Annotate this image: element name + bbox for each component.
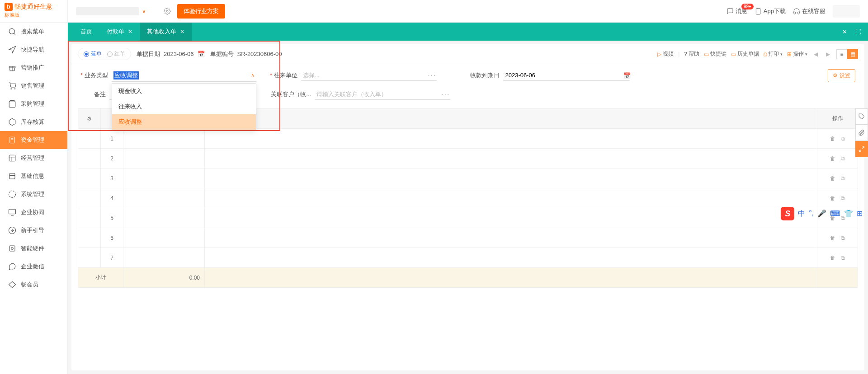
- sidebar-item-2[interactable]: 营销推广: [0, 59, 67, 77]
- video-link[interactable]: ▷视频: [657, 50, 674, 58]
- doc-date-value[interactable]: 2023-06-06: [164, 51, 194, 57]
- float-tag-icon[interactable]: [855, 108, 868, 125]
- delete-icon[interactable]: 🗑: [830, 175, 835, 182]
- table-row[interactable]: 3🗑⧉: [78, 168, 858, 188]
- ime-punct-icon[interactable]: °,: [809, 209, 814, 219]
- copy-icon[interactable]: ⧉: [841, 235, 845, 241]
- table-row[interactable]: 5🗑⧉: [78, 208, 858, 228]
- tab-bar: 首页付款单✕其他收入单✕ ✕ ⛶: [68, 23, 868, 41]
- sidebar-item-10[interactable]: 企业协同: [0, 203, 67, 221]
- copy-icon[interactable]: ⧉: [841, 155, 845, 162]
- next-arrow-icon[interactable]: ▶: [824, 51, 832, 57]
- sidebar-item-12[interactable]: 智能硬件: [0, 239, 67, 257]
- ime-lang-icon[interactable]: 中: [798, 209, 805, 219]
- due-date-input[interactable]: [503, 70, 630, 81]
- company-selector[interactable]: ∨: [76, 7, 157, 15]
- sidebar-item-7[interactable]: 经营管理: [0, 149, 67, 167]
- gear-icon[interactable]: [164, 8, 171, 15]
- sidebar-item-5[interactable]: 库存核算: [0, 113, 67, 131]
- dropdown-option-2[interactable]: 应收调整: [112, 114, 256, 130]
- svg-rect-23: [756, 8, 760, 14]
- side-float-bar: [855, 108, 868, 157]
- app-download-link[interactable]: App下载: [755, 7, 786, 15]
- settings-button[interactable]: ⚙ 设置: [828, 69, 855, 82]
- tab-0[interactable]: 首页: [73, 23, 99, 41]
- ime-skin-icon[interactable]: 👕: [844, 209, 853, 219]
- copy-icon[interactable]: ⧉: [841, 195, 845, 201]
- biz-type-select[interactable]: 应收调整 ∧ 现金收入往来收入应收调整: [112, 70, 256, 82]
- view-list-button[interactable]: ≡: [836, 49, 847, 59]
- user-avatar[interactable]: [833, 5, 860, 18]
- svg-point-21: [11, 248, 14, 250]
- related-customer-input[interactable]: [315, 89, 450, 100]
- logo-mark-icon: b: [5, 3, 13, 11]
- sidebar-item-3[interactable]: 销售管理: [0, 77, 67, 95]
- table-row[interactable]: 4🗑⧉: [78, 188, 858, 208]
- delete-icon[interactable]: 🗑: [830, 255, 835, 261]
- delete-icon[interactable]: 🗑: [830, 195, 835, 201]
- ime-menu-icon[interactable]: ⊞: [857, 209, 863, 219]
- dropdown-option-1[interactable]: 往来收入: [112, 99, 256, 114]
- copy-icon[interactable]: ⧉: [841, 175, 845, 182]
- float-expand-icon[interactable]: [855, 141, 868, 157]
- svg-point-4: [11, 89, 12, 89]
- menu-icon: [8, 154, 16, 162]
- close-icon[interactable]: ✕: [128, 28, 132, 35]
- sidebar-item-4[interactable]: 采购管理: [0, 95, 67, 113]
- delete-icon[interactable]: 🗑: [830, 235, 835, 241]
- prev-arrow-icon[interactable]: ◀: [812, 51, 820, 57]
- sidebar-item-0[interactable]: 搜索菜单: [0, 23, 67, 41]
- table-row[interactable]: 1🗑⧉: [78, 129, 858, 149]
- menu-icon: [8, 28, 16, 36]
- copy-icon[interactable]: ⧉: [841, 255, 845, 261]
- history-link[interactable]: ▭历史单据: [731, 50, 759, 58]
- view-card-button[interactable]: ▤: [847, 49, 858, 59]
- svg-point-15: [9, 191, 16, 198]
- sidebar-item-9[interactable]: 系统管理: [0, 185, 67, 203]
- help-link[interactable]: ?帮助: [684, 50, 699, 58]
- ime-mic-icon[interactable]: 🎤: [817, 209, 826, 219]
- sidebar-item-14[interactable]: 畅会员: [0, 276, 67, 294]
- calendar-icon[interactable]: 📅: [623, 72, 631, 79]
- message-icon: [726, 8, 734, 15]
- more-icon[interactable]: ···: [428, 71, 436, 79]
- ime-logo-icon[interactable]: S: [781, 207, 794, 220]
- table-row[interactable]: 2🗑⧉: [78, 149, 858, 168]
- close-all-tabs-icon[interactable]: ✕: [839, 26, 850, 37]
- sidebar-item-1[interactable]: 快捷导航: [0, 41, 67, 59]
- messages-link[interactable]: 消息 99+: [726, 7, 747, 15]
- tab-1[interactable]: 付款单✕: [99, 23, 140, 41]
- table-row[interactable]: 7🗑⧉: [78, 248, 858, 268]
- delete-icon[interactable]: 🗑: [830, 136, 835, 142]
- close-icon[interactable]: ✕: [180, 28, 184, 35]
- sidebar-item-8[interactable]: 基础信息: [0, 167, 67, 185]
- support-link[interactable]: 在线客服: [793, 7, 826, 15]
- ime-keyboard-icon[interactable]: ⌨: [830, 209, 840, 219]
- svg-rect-7: [10, 137, 15, 143]
- shortcut-link[interactable]: ▭快捷键: [704, 50, 726, 58]
- sidebar-item-13[interactable]: 企业微信: [0, 257, 67, 276]
- copy-icon[interactable]: ⧉: [841, 136, 845, 142]
- dropdown-option-0[interactable]: 现金收入: [112, 84, 256, 99]
- menu-icon: [8, 208, 16, 216]
- fullscreen-icon[interactable]: ⛶: [853, 26, 863, 37]
- tab-2[interactable]: 其他收入单✕: [140, 23, 192, 41]
- print-icon: ⎙: [764, 51, 767, 57]
- sidebar-item-6[interactable]: 资金管理: [0, 131, 67, 149]
- content-area: 蓝单 红单 单据日期 2023-06-06 📅 单据编号 SR-20230606…: [68, 41, 868, 374]
- float-attach-icon[interactable]: [855, 125, 868, 141]
- more-icon[interactable]: ···: [441, 90, 450, 98]
- radio-blue[interactable]: 蓝单: [84, 50, 102, 58]
- print-link[interactable]: ⎙打印▾: [764, 50, 783, 58]
- trial-button[interactable]: 体验行业方案: [177, 4, 225, 19]
- party-label: 往来单位: [270, 71, 297, 79]
- radio-red[interactable]: 红单: [107, 50, 125, 58]
- sidebar-item-11[interactable]: 新手引导: [0, 221, 67, 239]
- topbar: ∨ 体验行业方案 消息 99+ App下载 在线客服: [68, 0, 868, 23]
- table-row[interactable]: 6🗑⧉: [78, 228, 858, 248]
- delete-icon[interactable]: 🗑: [830, 155, 835, 162]
- calendar-icon[interactable]: 📅: [198, 51, 205, 57]
- table-gear-header[interactable]: ⚙: [78, 109, 101, 129]
- party-input[interactable]: [301, 70, 437, 81]
- action-link[interactable]: ⊞操作▾: [787, 50, 807, 58]
